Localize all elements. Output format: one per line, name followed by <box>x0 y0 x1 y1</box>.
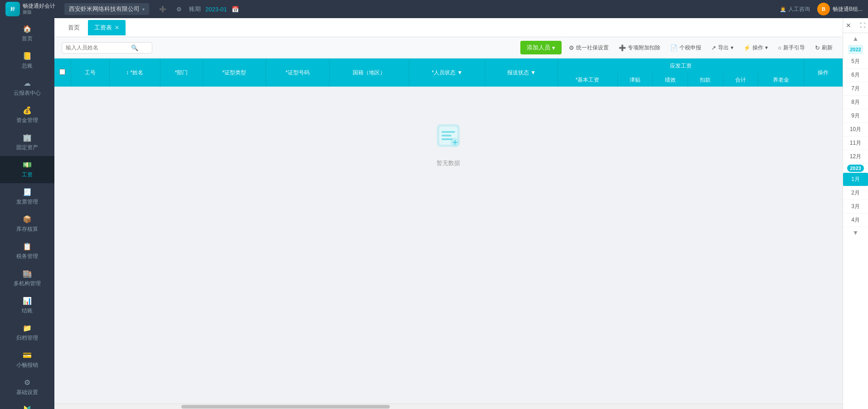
date-nav-close-btn[interactable]: ✕ <box>845 21 852 30</box>
add-person-label: 添加人员 <box>527 44 550 52</box>
th-report-status: 报送状态 ▼ <box>485 58 558 87</box>
export-btn[interactable]: ↗ 导出 ▾ <box>708 42 736 54</box>
th-performance: 绩效 <box>653 73 688 87</box>
add-company-btn[interactable]: ➕ <box>156 5 169 14</box>
th-emp-no: 工号 <box>71 58 109 87</box>
th-total: 合计 <box>723 73 758 87</box>
guide-btn[interactable]: ○ 新手引导 <box>775 42 808 54</box>
logo-icon: 好 <box>5 2 20 16</box>
sidebar-item-fund[interactable]: 💰 资金管理 <box>0 102 54 129</box>
sidebar-label-settings: 基础设置 <box>16 389 38 396</box>
tab-close-btn[interactable]: ✕ <box>115 24 119 31</box>
support-btn[interactable]: 👨‍💼 人工咨询 <box>780 5 810 13</box>
table-scrollbar[interactable] <box>54 404 843 409</box>
sidebar-label-asset: 固定资产 <box>16 144 38 151</box>
top-header: 好 畅捷通好会计 旗版 西安虾米网络科技有限公司 ▾ ➕ ⚙ 账期 2023-0… <box>0 0 868 18</box>
sidebar-item-guide[interactable]: 🔰 新手引导 <box>0 401 54 409</box>
tab-salary-table[interactable]: 工资表 ✕ <box>88 20 126 35</box>
archive-icon: 📁 <box>23 324 32 332</box>
th-status: *人员状态 ▼ <box>409 58 485 87</box>
year-2023-badge: 2023 <box>847 165 863 172</box>
month-2023-04[interactable]: 4月 <box>843 214 868 227</box>
month-2022-05[interactable]: 5月 <box>843 55 868 68</box>
sidebar-item-expense[interactable]: 💳 小畅报销 <box>0 346 54 374</box>
sidebar-item-report[interactable]: ☁ 云报表中心 <box>0 74 54 102</box>
add-person-dropdown-icon: ▾ <box>552 44 555 51</box>
tax-report-btn[interactable]: 📄 个税申报 <box>668 42 704 54</box>
guide-icon: 🔰 <box>23 405 32 409</box>
date-nav-scroll-down[interactable]: ▼ <box>843 227 868 238</box>
calendar-icon[interactable]: 📅 <box>232 6 239 13</box>
sidebar-label-close: 结账 <box>22 307 33 315</box>
month-2022-10[interactable]: 10月 <box>843 123 868 136</box>
search-icon: 🔍 <box>131 44 138 51</box>
th-name: ↕ *姓名 <box>109 58 160 87</box>
period-value[interactable]: 2023-01 <box>205 6 227 13</box>
tab-home[interactable]: 首页 <box>62 20 86 35</box>
scrollbar-thumb[interactable] <box>181 405 390 409</box>
th-cert-type: *证型类型 <box>203 58 266 87</box>
refresh-btn[interactable]: ↻ 刷新 <box>812 42 835 54</box>
deductions-btn[interactable]: ➕ 专项附加扣除 <box>616 42 663 54</box>
refresh-icon: ↻ <box>815 44 820 51</box>
month-2022-08[interactable]: 8月 <box>843 96 868 109</box>
social-security-btn[interactable]: ⚙ 统一社保设置 <box>566 42 611 54</box>
add-person-btn[interactable]: 添加人员 ▾ <box>520 41 562 54</box>
sidebar-label-report: 云报表中心 <box>14 89 41 97</box>
settings-btn[interactable]: ⚙ <box>174 5 184 14</box>
select-all-checkbox[interactable] <box>59 69 65 75</box>
guide-toolbar-icon: ○ <box>778 44 781 51</box>
user-info[interactable]: B 畅捷通B组... <box>817 3 863 15</box>
month-2022-12[interactable]: 12月 <box>843 150 868 164</box>
month-2023-02[interactable]: 2月 <box>843 186 868 200</box>
sidebar-item-invoice[interactable]: 🧾 发票管理 <box>0 183 54 210</box>
sidebar-item-salary[interactable]: 💵 工资 <box>0 156 54 183</box>
sidebar-item-inventory[interactable]: 📦 库存核算 <box>0 210 54 238</box>
fund-icon: 💰 <box>23 106 32 115</box>
operations-icon: ⚡ <box>743 44 751 51</box>
refresh-label: 刷新 <box>822 44 833 52</box>
sidebar-item-archive[interactable]: 📁 归档管理 <box>0 319 54 346</box>
social-security-icon: ⚙ <box>569 44 574 51</box>
sidebar-label-ledger: 总账 <box>22 62 33 70</box>
period-label: 账期 <box>189 5 201 13</box>
date-nav-expand-btn[interactable]: ⛶ <box>859 21 866 29</box>
tax-icon: 📋 <box>23 242 32 251</box>
operations-dropdown-icon: ▾ <box>765 44 768 51</box>
invoice-icon: 🧾 <box>23 188 32 196</box>
company-dropdown-icon: ▾ <box>142 7 145 12</box>
month-2023-03[interactable]: 3月 <box>843 200 868 214</box>
export-label: 导出 <box>718 44 729 52</box>
salary-table: 工号 ↕ *姓名 *部门 *证型类型 *证型号码 国籍（地区） *人员状态 ▼ … <box>54 58 843 199</box>
multi-icon: 🏬 <box>23 269 32 278</box>
company-selector[interactable]: 西安虾米网络科技有限公司 ▾ <box>64 3 149 15</box>
search-input[interactable] <box>66 44 129 51</box>
main-layout: 🏠 首页 📒 总账 ☁ 云报表中心 💰 资金管理 🏢 固定资产 💵 工资 🧾 发… <box>0 18 868 409</box>
operations-label: 操作 <box>752 44 763 52</box>
sidebar-item-settings[interactable]: ⚙ 基础设置 <box>0 374 54 401</box>
sidebar-item-ledger[interactable]: 📒 总账 <box>0 47 54 74</box>
guide-label: 新手引导 <box>783 44 805 52</box>
sidebar-item-asset[interactable]: 🏢 固定资产 <box>0 129 54 156</box>
sidebar-item-home[interactable]: 🏠 首页 <box>0 20 54 47</box>
sidebar-item-multi[interactable]: 🏬 多机构管理 <box>0 265 54 292</box>
th-checkbox[interactable] <box>54 58 71 87</box>
sidebar-item-tax[interactable]: 📋 税务管理 <box>0 238 54 265</box>
date-nav-scroll-up[interactable]: ▲ <box>843 33 868 44</box>
deductions-label: 专项附加扣除 <box>628 44 660 52</box>
th-dept: *部门 <box>160 58 203 87</box>
search-input-wrap[interactable]: 🔍 <box>62 42 152 54</box>
month-2022-11[interactable]: 11月 <box>843 136 868 150</box>
month-2022-09[interactable]: 9月 <box>843 109 868 123</box>
app-logo: 好 畅捷通好会计 旗版 <box>5 2 55 16</box>
sidebar-item-close[interactable]: 📊 结账 <box>0 292 54 319</box>
month-2022-07[interactable]: 7月 <box>843 82 868 96</box>
tax-report-icon: 📄 <box>670 44 678 51</box>
month-2023-01[interactable]: 1月 <box>843 173 868 186</box>
th-deduction: 扣款 <box>688 73 723 87</box>
month-2022-06[interactable]: 6月 <box>843 68 868 82</box>
deductions-icon: ➕ <box>619 44 626 51</box>
tab-salary-table-label: 工资表 <box>94 24 112 32</box>
operations-btn[interactable]: ⚡ 操作 ▾ <box>741 42 771 54</box>
user-avatar: B <box>817 3 830 15</box>
